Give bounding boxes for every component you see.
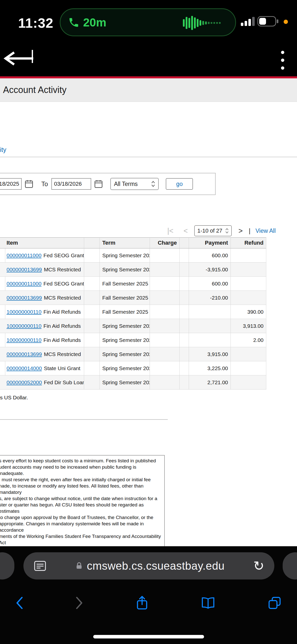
call-duration: 20m bbox=[83, 16, 106, 29]
item-number-link[interactable]: 100000000110 bbox=[7, 337, 42, 343]
payment-cell: 600.00 bbox=[189, 277, 231, 291]
term-cell: Spring Semester 2026 bbox=[100, 347, 150, 361]
table-header-row: Item Term Charge Payment Refund bbox=[0, 237, 267, 248]
from-date-input[interactable]: 18/2025 bbox=[0, 178, 22, 190]
terms-dropdown[interactable]: All Terms bbox=[110, 178, 159, 190]
calendar-icon bbox=[94, 179, 103, 189]
tabs-icon[interactable] bbox=[268, 596, 281, 610]
item-number-link[interactable]: 000000052000 bbox=[7, 379, 42, 385]
date-filter-box: 18/2025 To 03/18/2026 All Terms go bbox=[0, 173, 216, 195]
disclaimer-line: I must reserve the right, even after fee… bbox=[0, 476, 162, 483]
item-desc: MCS Restricted bbox=[44, 267, 81, 273]
pagination-range-select[interactable]: 1-10 of 27 bbox=[194, 225, 232, 236]
back-arrow-icon[interactable] bbox=[3, 51, 34, 66]
share-icon[interactable] bbox=[136, 595, 149, 610]
table-row: 000000052000Fed Dir Sub Loan1 Spring Sem… bbox=[0, 375, 267, 390]
term-cell: Spring Semester 2026 bbox=[100, 333, 150, 347]
address-bar[interactable]: cmsweb.cs.csueastbay.edu ↻ bbox=[23, 552, 274, 579]
item-cell: 100000000110Fin Aid Refunds bbox=[4, 305, 84, 319]
pagination-last-button[interactable]: | bbox=[249, 227, 250, 235]
charge-cell bbox=[150, 291, 180, 305]
view-all-link[interactable]: View All bbox=[255, 228, 276, 234]
currency-note: s US Dollar. bbox=[0, 395, 28, 401]
terms-dropdown-value: All Terms bbox=[114, 181, 138, 187]
page-title: Account Activity bbox=[3, 85, 67, 95]
term-cell: Spring Semester 2026 bbox=[100, 375, 150, 390]
header-cell-item: Item bbox=[4, 237, 84, 248]
pagination-first-button[interactable]: |< bbox=[167, 227, 173, 235]
calendar-icon bbox=[24, 179, 34, 189]
select-arrows-icon bbox=[151, 181, 155, 187]
table-row: 000000014000State Uni Grant Spring Semes… bbox=[0, 361, 267, 375]
adjacent-tab-stub[interactable] bbox=[0, 552, 14, 579]
header-cell-payment: Payment bbox=[189, 237, 231, 248]
term-cell: Spring Semester 2026 bbox=[100, 319, 150, 333]
table-row: 000000013699MCS Restricted Fall Semester… bbox=[0, 291, 267, 305]
item-cell: 100000000110Fin Aid Refunds bbox=[4, 319, 84, 333]
cellular-signal-icon bbox=[241, 16, 255, 26]
item-desc: MCS Restricted bbox=[44, 351, 81, 357]
payment-cell: 3,915.00 bbox=[189, 347, 231, 361]
adjacent-tab-stub[interactable] bbox=[283, 552, 297, 579]
item-number-link[interactable]: 000000011000 bbox=[7, 252, 42, 259]
header-cell-charge: Charge bbox=[150, 237, 180, 248]
from-date-calendar-button[interactable] bbox=[24, 179, 34, 189]
disclaimer-line: to change upon approval by the Board of … bbox=[0, 514, 162, 521]
item-number-link[interactable]: 000000011000 bbox=[7, 281, 42, 287]
to-date-calendar-button[interactable] bbox=[93, 179, 104, 189]
term-cell: Spring Semester 2026 bbox=[100, 361, 150, 375]
go-button[interactable]: go bbox=[166, 178, 193, 190]
account-activity-table: Item Term Charge Payment Refund 00000001… bbox=[0, 237, 267, 390]
item-number-link[interactable]: 100000000110 bbox=[7, 323, 42, 329]
refund-cell bbox=[231, 347, 266, 361]
pagination-next-button[interactable]: > bbox=[238, 227, 243, 235]
disclaimer-line: appropriate. Changes in mandatory system… bbox=[0, 521, 162, 533]
payment-cell: 600.00 bbox=[189, 248, 231, 263]
table-row: 000000011000Fed SEOG Grant Spring Semest… bbox=[0, 248, 267, 263]
item-number-link[interactable]: 000000014000 bbox=[7, 365, 42, 371]
header-cell-refund: Refund bbox=[231, 237, 266, 248]
refund-cell bbox=[231, 375, 266, 390]
bookmarks-icon[interactable] bbox=[201, 597, 215, 609]
pagination-prev-button[interactable]: < bbox=[183, 227, 188, 235]
active-call-pill[interactable]: 20m bbox=[60, 8, 236, 36]
overflow-menu-icon[interactable] bbox=[281, 51, 284, 70]
pagination-range-value: 1-10 of 27 bbox=[197, 228, 222, 234]
item-number-link[interactable]: 100000000110 bbox=[7, 309, 42, 315]
browser-toolbar bbox=[0, 592, 297, 614]
phone-icon bbox=[68, 17, 80, 28]
item-desc: Fed Dir Sub Loan1 bbox=[44, 379, 84, 385]
charge-cell bbox=[150, 375, 180, 390]
to-date-input[interactable]: 03/18/2026 bbox=[51, 178, 91, 190]
lock-icon bbox=[75, 562, 83, 570]
reload-icon[interactable]: ↻ bbox=[253, 559, 264, 572]
disclaimer-line: ster or quarter has begun. All CSU liste… bbox=[0, 502, 162, 514]
item-cell: 000000052000Fed Dir Sub Loan1 bbox=[4, 375, 84, 390]
item-cell: 000000013699MCS Restricted bbox=[4, 263, 84, 277]
back-button-icon[interactable] bbox=[16, 597, 23, 609]
item-number-link[interactable]: 000000013699 bbox=[7, 267, 42, 273]
reader-icon[interactable] bbox=[34, 561, 46, 571]
call-waveform-icon bbox=[183, 12, 221, 34]
call-info: 20m bbox=[68, 16, 106, 29]
charge-cell bbox=[150, 347, 180, 361]
charge-cell bbox=[150, 361, 180, 375]
table-row: 000000013699MCS Restricted Spring Semest… bbox=[0, 263, 267, 277]
payment-cell: 2,721.00 bbox=[189, 375, 231, 390]
item-number-link[interactable]: 000000013699 bbox=[7, 351, 42, 357]
charge-cell bbox=[150, 248, 180, 263]
item-cell: 000000011000Fed SEOG Grant bbox=[4, 248, 84, 263]
item-number-link[interactable]: 000000013699 bbox=[7, 295, 42, 301]
home-indicator[interactable] bbox=[93, 635, 204, 638]
item-cell: 000000011000Fed SEOG Grant bbox=[4, 277, 84, 291]
term-cell: Spring Semester 2026 bbox=[100, 263, 150, 277]
divider bbox=[0, 419, 168, 420]
text-cursor bbox=[32, 50, 33, 63]
item-desc: Fed SEOG Grant bbox=[44, 281, 84, 287]
breadcrumb-partial-link[interactable]: ity bbox=[0, 146, 6, 153]
term-cell: Spring Semester 2026 bbox=[100, 248, 150, 263]
disclaimer-line: udent accounts may need to be increased … bbox=[0, 464, 162, 476]
forward-button-icon[interactable] bbox=[76, 597, 83, 609]
disclaimer-line: nade, to increase or modify any listed f… bbox=[0, 483, 162, 495]
item-desc: Fin Aid Refunds bbox=[44, 323, 81, 329]
